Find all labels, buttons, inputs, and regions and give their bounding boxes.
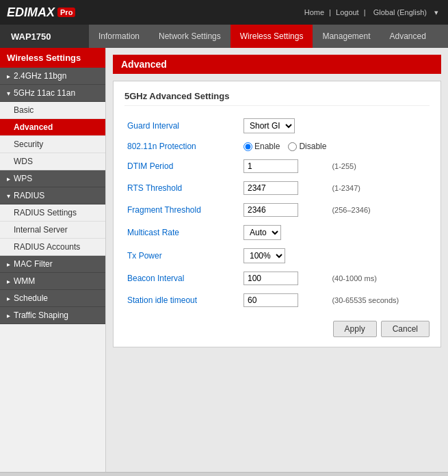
protection-radio-group: Enable Disable: [243, 142, 326, 151]
field-label-rts: RTS Threshold: [124, 177, 241, 199]
brand-label: WAP1750: [0, 25, 89, 48]
sidebar-section-schedule[interactable]: ▸ Schedule: [0, 290, 105, 307]
sidebar: Wireless Settings ▸ 2.4GHz 11bgn ▾ 5GHz …: [0, 48, 106, 472]
arrow-icon-wmm: ▸: [7, 278, 10, 285]
field-label-fragment: Fragment Threshold: [124, 199, 241, 221]
field-hint-txpower: [329, 244, 430, 267]
table-row: RTS Threshold (1-2347): [124, 177, 430, 199]
radio-enable[interactable]: [243, 142, 252, 151]
home-link[interactable]: Home: [304, 8, 324, 16]
navbar: WAP1750 Information Network Settings Wir…: [0, 25, 448, 48]
apply-button[interactable]: Apply: [333, 321, 377, 337]
table-row: Multicast Rate Auto: [124, 221, 430, 244]
sidebar-item-5ghz-advanced[interactable]: Advanced: [0, 119, 105, 136]
multicast-rate-select[interactable]: Auto: [243, 225, 281, 240]
sidebar-group-label-2ghz: 2.4GHz 11bgn: [14, 71, 66, 81]
button-row: Apply Cancel: [124, 321, 430, 337]
field-hint-guard-interval: [329, 114, 430, 137]
sidebar-item-5ghz-security[interactable]: Security: [0, 136, 105, 153]
field-hint-multicast: [329, 221, 430, 244]
arrow-icon-wps: ▸: [7, 175, 10, 183]
field-label-station-idle: Station idle timeout: [124, 289, 241, 311]
page-header: EDIMAX Pro Home | Logout | Global (Engli…: [0, 0, 448, 25]
nav-information[interactable]: Information: [89, 25, 149, 48]
field-hint-fragment: (256–2346): [329, 199, 430, 221]
nav-items: Information Network Settings Wireless Se…: [89, 25, 436, 48]
guard-interval-select[interactable]: Short GI Long GI: [243, 118, 295, 133]
dtim-period-input[interactable]: [243, 159, 298, 173]
radio-disable-label[interactable]: Disable: [288, 142, 326, 151]
field-label-80211n: 802.11n Protection: [124, 137, 241, 155]
tx-power-select[interactable]: 100% 75% 50% 25%: [243, 248, 285, 263]
header-links: Home | Logout | Global (English) ▾: [304, 8, 441, 17]
logo-text: EDIMAX: [7, 5, 55, 20]
sidebar-section-label-traffic: Traffic Shaping: [14, 310, 68, 320]
sidebar-section-5ghz[interactable]: ▾ 5GHz 11ac 11an: [0, 85, 105, 102]
field-label-beacon: Beacon Interval: [124, 267, 241, 289]
table-row: Tx Power 100% 75% 50% 25%: [124, 244, 430, 267]
arrow-icon-traffic: ▸: [7, 312, 10, 319]
beacon-interval-input[interactable]: [243, 272, 298, 285]
nav-network-settings[interactable]: Network Settings: [149, 25, 230, 48]
sidebar-item-5ghz-wds[interactable]: WDS: [0, 153, 105, 170]
sidebar-section-2ghz[interactable]: ▸ 2.4GHz 11bgn: [0, 68, 105, 85]
radio-disable[interactable]: [288, 142, 297, 151]
logo: EDIMAX Pro: [7, 5, 75, 20]
nav-management[interactable]: Management: [313, 25, 380, 48]
panel-title: 5GHz Advanced Settings: [124, 91, 430, 106]
table-row: 802.11n Protection Enable Disable: [124, 137, 430, 155]
sidebar-section-radius[interactable]: ▾ RADIUS: [0, 187, 105, 204]
footer: Copyright 2014 © EDIMAX Technology Co., …: [0, 472, 448, 476]
sidebar-section-wmm[interactable]: ▸ WMM: [0, 273, 105, 290]
settings-panel: 5GHz Advanced Settings Guard Interval Sh…: [113, 81, 441, 347]
arrow-icon-radius: ▾: [7, 192, 10, 200]
nav-advanced[interactable]: Advanced: [380, 25, 435, 48]
sidebar-section-mac-filter[interactable]: ▸ MAC Filter: [0, 256, 105, 273]
sidebar-item-radius-settings[interactable]: RADIUS Settings: [0, 204, 105, 222]
field-hint-rts: (1-2347): [329, 177, 430, 199]
sidebar-item-internal-server[interactable]: Internal Server: [0, 222, 105, 239]
field-label-guard-interval: Guard Interval: [124, 114, 241, 137]
rts-threshold-input[interactable]: [243, 181, 298, 195]
sidebar-item-5ghz-basic[interactable]: Basic: [0, 102, 105, 119]
field-hint-station-idle: (30-65535 seconds): [329, 289, 430, 311]
language-selector[interactable]: Global (English): [373, 8, 427, 16]
arrow-icon-5ghz: ▾: [7, 90, 10, 97]
field-label-dtim: DTIM Period: [124, 155, 241, 177]
field-label-txpower: Tx Power: [124, 244, 241, 267]
field-hint-dtim: (1-255): [329, 155, 430, 177]
settings-table: Guard Interval Short GI Long GI 802.11n …: [124, 114, 430, 311]
sidebar-group-5ghz: ▾ 5GHz 11ac 11an Basic Advanced Security…: [0, 85, 105, 170]
content-header: Advanced: [113, 55, 441, 74]
main-container: Wireless Settings ▸ 2.4GHz 11bgn ▾ 5GHz …: [0, 48, 448, 472]
arrow-icon-schedule: ▸: [7, 295, 10, 302]
arrow-icon: ▸: [7, 72, 10, 80]
field-hint-80211n: [329, 137, 430, 155]
station-idle-timeout-input[interactable]: [243, 293, 298, 307]
nav-wireless-settings[interactable]: Wireless Settings: [230, 25, 313, 48]
sidebar-group-label-5ghz: 5GHz 11ac 11an: [14, 88, 75, 98]
table-row: Beacon Interval (40-1000 ms): [124, 267, 430, 289]
radio-enable-label[interactable]: Enable: [243, 142, 280, 151]
sidebar-section-label-mac: MAC Filter: [14, 259, 53, 269]
chevron-down-icon: ▾: [434, 8, 438, 16]
content-area: Advanced 5GHz Advanced Settings Guard In…: [106, 48, 448, 472]
table-row: DTIM Period (1-255): [124, 155, 430, 177]
sidebar-group-2ghz: ▸ 2.4GHz 11bgn: [0, 68, 105, 85]
sidebar-item-radius-accounts[interactable]: RADIUS Accounts: [0, 239, 105, 256]
arrow-icon-mac: ▸: [7, 261, 10, 268]
field-hint-beacon: (40-1000 ms): [329, 267, 430, 289]
cancel-button[interactable]: Cancel: [381, 321, 430, 337]
sidebar-section-label-radius: RADIUS: [14, 191, 44, 200]
table-row: Fragment Threshold (256–2346): [124, 199, 430, 221]
sidebar-section-label-wps: WPS: [14, 174, 32, 183]
sidebar-section-wps[interactable]: ▸ WPS: [0, 170, 105, 187]
table-row: Guard Interval Short GI Long GI: [124, 114, 430, 137]
fragment-threshold-input[interactable]: [243, 203, 298, 217]
sidebar-section-traffic-shaping[interactable]: ▸ Traffic Shaping: [0, 307, 105, 324]
logout-link[interactable]: Logout: [336, 8, 359, 16]
table-row: Station idle timeout (30-65535 seconds): [124, 289, 430, 311]
field-label-multicast: Multicast Rate: [124, 221, 241, 244]
sidebar-section-label-wmm: WMM: [14, 276, 35, 286]
sidebar-section-label-schedule: Schedule: [14, 293, 48, 303]
